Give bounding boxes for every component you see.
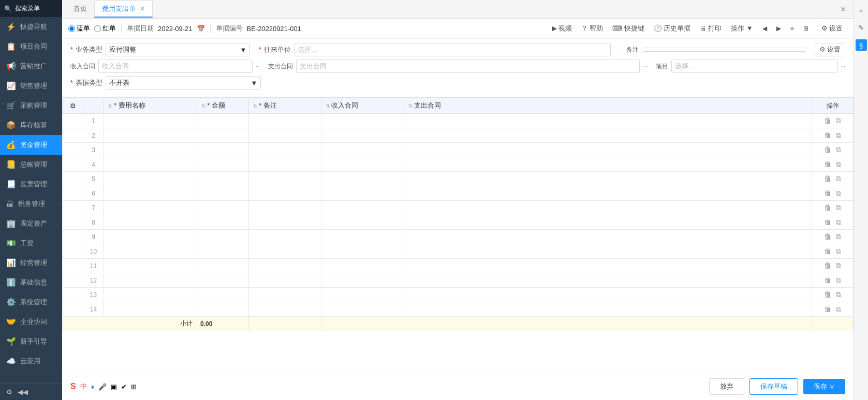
row-6-amount[interactable]	[197, 186, 249, 201]
row-12-delete[interactable]: 🗑	[822, 276, 833, 284]
sidebar-item-capital[interactable]: 💰资金管理	[0, 135, 62, 155]
row-7-amount[interactable]	[197, 201, 249, 215]
list-view-btn[interactable]: ≡	[787, 24, 797, 33]
row-9-income-contract[interactable]	[321, 230, 404, 244]
row-8-expense-name[interactable]	[104, 215, 197, 230]
help-btn[interactable]: ？ 帮助	[578, 23, 606, 34]
row-2-note[interactable]	[249, 128, 321, 143]
row-10-note[interactable]	[249, 244, 321, 259]
sidebar-item-system[interactable]: ⚙️系统管理	[0, 292, 62, 312]
right-bar-btn-2[interactable]: ✎	[856, 22, 867, 33]
project-ellipsis[interactable]: ···	[841, 64, 845, 69]
sidebar-item-ledger[interactable]: 📒总账管理	[0, 155, 62, 174]
sidebar-item-fixed-assets[interactable]: 🏢固定资产	[0, 214, 62, 233]
sidebar-item-invoice[interactable]: 🧾发票管理	[0, 174, 62, 194]
row-12-copy[interactable]: ⧉	[834, 276, 843, 285]
row-5-note[interactable]	[249, 172, 321, 186]
tab-expense-close[interactable]: ✕	[140, 5, 145, 12]
counterparty-ellipsis[interactable]: ···	[614, 47, 618, 53]
row-12-expense-name[interactable]	[104, 273, 197, 288]
row-5-expense-name[interactable]	[104, 172, 197, 186]
row-10-delete[interactable]: 🗑	[822, 247, 833, 255]
discard-btn[interactable]: 放弃	[709, 378, 744, 395]
row-9-expense-contract[interactable]	[404, 230, 812, 244]
row-3-note[interactable]	[249, 143, 321, 157]
row-2-amount[interactable]	[197, 128, 249, 143]
row-10-expense-name[interactable]	[104, 244, 197, 259]
right-bar-btn-3[interactable]: §	[856, 39, 867, 51]
row-11-income-contract[interactable]	[321, 259, 404, 273]
project-input[interactable]: 选择...	[671, 60, 838, 73]
sidebar-item-newbie[interactable]: 🌱新手引导	[0, 332, 62, 351]
row-6-delete[interactable]: 🗑	[822, 189, 833, 197]
row-9-delete[interactable]: 🗑	[822, 232, 833, 241]
row-3-delete[interactable]: 🗑	[822, 145, 833, 154]
expense-contract-input[interactable]: 支出合同	[296, 60, 640, 73]
history-btn[interactable]: 🕐 历史单据	[651, 23, 694, 34]
row-13-delete[interactable]: 🗑	[822, 290, 833, 299]
form-settings-btn[interactable]: ⚙ 设置	[815, 43, 845, 56]
row-9-copy[interactable]: ⧉	[834, 232, 843, 241]
footer-icon-mic[interactable]: 🎤	[98, 383, 107, 391]
footer-icon-diamond[interactable]: ♦	[91, 383, 95, 391]
row-12-income-contract[interactable]	[321, 273, 404, 288]
row-3-amount[interactable]	[197, 143, 249, 157]
row-11-note[interactable]	[249, 259, 321, 273]
row-12-amount[interactable]	[197, 273, 249, 288]
sidebar-item-operations[interactable]: 📊经营管理	[0, 253, 62, 273]
tab-expense[interactable]: 费用支出单 ✕	[94, 1, 153, 18]
row-8-income-contract[interactable]	[321, 215, 404, 230]
row-2-expense-contract[interactable]	[404, 128, 812, 143]
income-contract-input[interactable]: 收入合同	[98, 60, 253, 73]
row-14-income-contract[interactable]	[321, 302, 404, 317]
row-11-amount[interactable]	[197, 259, 249, 273]
income-contract-ellipsis[interactable]: ···	[256, 64, 260, 69]
row-1-copy[interactable]: ⧉	[834, 116, 843, 125]
row-6-expense-name[interactable]	[104, 186, 197, 201]
row-6-note[interactable]	[249, 186, 321, 201]
blue-bill-option[interactable]: 蓝单	[68, 24, 90, 33]
remark-input[interactable]	[642, 48, 806, 52]
row-7-note[interactable]	[249, 201, 321, 215]
row-11-expense-name[interactable]	[104, 259, 197, 273]
row-1-amount[interactable]	[197, 114, 249, 128]
action-btn[interactable]: 操作 ▼	[728, 23, 756, 34]
row-6-copy[interactable]: ⧉	[834, 189, 843, 198]
row-13-expense-contract[interactable]	[404, 288, 812, 302]
footer-icon-square[interactable]: ▣	[111, 383, 117, 391]
shortcut-btn[interactable]: ⌨ 快捷键	[609, 23, 647, 34]
volume-icon[interactable]: ◀◀	[18, 388, 28, 396]
sidebar-item-tax[interactable]: 🏛税务管理	[0, 194, 62, 214]
row-8-note[interactable]	[249, 215, 321, 230]
row-13-copy[interactable]: ⧉	[834, 290, 843, 299]
sidebar-search[interactable]: 🔍 搜索菜单	[0, 0, 62, 17]
row-14-amount[interactable]	[197, 302, 249, 317]
settings-btn[interactable]: ⚙ 设置	[817, 22, 847, 35]
row-14-expense-name[interactable]	[104, 302, 197, 317]
row-8-copy[interactable]: ⧉	[834, 218, 843, 227]
row-5-expense-contract[interactable]	[404, 172, 812, 186]
print-btn[interactable]: 🖨 打印	[697, 23, 725, 34]
counterparty-input[interactable]: 选择...	[294, 43, 611, 56]
row-6-income-contract[interactable]	[321, 186, 404, 201]
expense-contract-ellipsis[interactable]: ···	[643, 64, 647, 69]
draft-btn[interactable]: 保存草稿	[749, 378, 798, 395]
row-11-copy[interactable]: ⧉	[834, 261, 843, 270]
row-13-expense-name[interactable]	[104, 288, 197, 302]
sidebar-item-quick-nav[interactable]: ⚡快捷导航	[0, 17, 62, 37]
col-gear[interactable]: ⚙	[63, 98, 83, 114]
prev-btn[interactable]: ◀	[759, 24, 770, 33]
sidebar-item-sales[interactable]: 📈销售管理	[0, 76, 62, 96]
row-9-note[interactable]	[249, 230, 321, 244]
row-1-delete[interactable]: 🗑	[822, 116, 833, 125]
col-expense-name[interactable]: ⇅ * 费用名称	[104, 98, 197, 114]
settings-icon[interactable]: ⚙	[6, 388, 12, 396]
row-4-note[interactable]	[249, 157, 321, 172]
row-11-delete[interactable]: 🗑	[822, 261, 833, 270]
col-amount[interactable]: ⇅ * 金额	[197, 98, 249, 114]
row-4-expense-name[interactable]	[104, 157, 197, 172]
row-6-expense-contract[interactable]	[404, 186, 812, 201]
sidebar-item-project-contract[interactable]: 📋项目合同	[0, 37, 62, 56]
row-14-expense-contract[interactable]	[404, 302, 812, 317]
row-10-amount[interactable]	[197, 244, 249, 259]
